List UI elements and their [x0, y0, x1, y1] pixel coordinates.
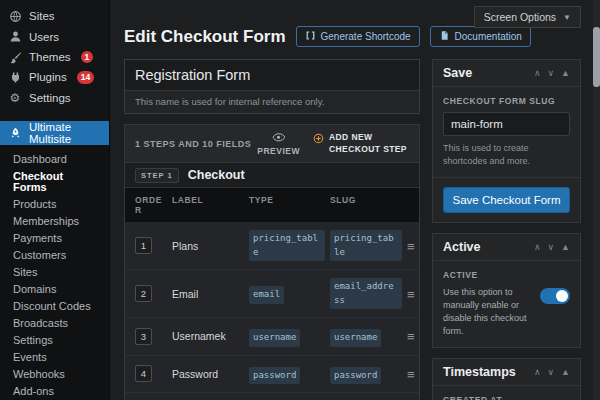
- update-count-badge: 14: [77, 71, 94, 83]
- submenu-item[interactable]: Products: [0, 196, 109, 213]
- submenu-item-label: Customers: [13, 249, 66, 261]
- toggle-knob: [556, 290, 568, 302]
- sidebar-item-users[interactable]: Users: [0, 26, 109, 46]
- active-panel-header: Active ∧ ∨ ▲: [433, 234, 580, 261]
- collapse-panel-icon[interactable]: ▲: [561, 367, 570, 377]
- save-panel-header: Save ∧ ∨ ▲: [433, 60, 580, 87]
- sidebar-item-label: Themes: [29, 51, 71, 63]
- form-name-panel: This name is used for internal reference…: [124, 59, 420, 114]
- generate-shortcode-button[interactable]: Generate Shortcode: [296, 26, 420, 47]
- timestamps-panel: Timestamps ∧ ∨ ▲ CREATED AT September 15…: [432, 358, 581, 400]
- users-icon: [8, 30, 22, 44]
- created-at-label: CREATED AT: [443, 395, 570, 400]
- fields-table-body: 1 Plans pricing_table pricing_table: [125, 222, 419, 400]
- sidebar-item-label: Users: [29, 31, 59, 43]
- add-new-checkout-step-link[interactable]: ADD NEW CHECKOUT STEP: [313, 132, 409, 156]
- move-up-icon[interactable]: ∧: [534, 68, 541, 78]
- page-title: Edit Checkout Form: [124, 27, 286, 47]
- caret-down-icon: ▼: [563, 13, 571, 22]
- submenu-item[interactable]: Settings: [0, 332, 109, 349]
- submenu-item[interactable]: Dashboard: [0, 151, 109, 168]
- field-order-number: 1: [135, 237, 152, 254]
- page-header: Edit Checkout Form Generate Shortcode Do…: [124, 26, 581, 47]
- eye-icon: [272, 133, 285, 144]
- submenu-item-label: Products: [13, 198, 56, 210]
- field-order-number: 2: [135, 285, 152, 302]
- field-type-code: pricing_table: [249, 230, 325, 261]
- submenu-item[interactable]: Add-ons: [0, 383, 109, 400]
- move-up-icon[interactable]: ∧: [534, 242, 541, 252]
- submenu-item-label: Payments: [13, 232, 62, 244]
- active-field-label: ACTIVE: [443, 270, 570, 280]
- field-order-number: 4: [135, 365, 152, 382]
- screen-options-button[interactable]: Screen Options ▼: [474, 6, 581, 28]
- submenu-item[interactable]: Payments: [0, 230, 109, 247]
- scrollbar-thumb[interactable]: [593, 27, 600, 87]
- submenu-item[interactable]: Memberships: [0, 213, 109, 230]
- column-header-order: ORDER: [135, 195, 167, 215]
- submenu-item[interactable]: Webhooks: [0, 366, 109, 383]
- drag-handle-icon[interactable]: ≡: [407, 239, 415, 254]
- sidebar-item-ultimate-multisite[interactable]: Ultimate Multisite: [0, 121, 109, 145]
- table-row: 4 Password password password: [125, 356, 419, 394]
- sidebar-item-label: Settings: [29, 92, 71, 104]
- ultimate-multisite-icon: [8, 126, 22, 140]
- documentation-button[interactable]: Documentation: [430, 26, 531, 47]
- save-checkout-form-button[interactable]: Save Checkout Form: [443, 187, 570, 213]
- checkout-form-slug-input[interactable]: [443, 112, 570, 136]
- table-row: 2 Email email email_address: [125, 270, 419, 318]
- edit-checkout-form-page: Sites Users Themes 1 Plugins 14 ⚙: [0, 0, 600, 400]
- submenu-item[interactable]: Events: [0, 349, 109, 366]
- shortcode-icon: [305, 30, 316, 43]
- slug-help-text: This is used to create shortcodes and mo…: [443, 142, 570, 168]
- submenu-item[interactable]: Discount Codes: [0, 298, 109, 315]
- field-label[interactable]: Plans: [172, 240, 244, 252]
- vertical-scrollbar[interactable]: [593, 0, 600, 400]
- sidebar-item-themes[interactable]: Themes 1: [0, 47, 109, 67]
- sidebar-item-sites[interactable]: Sites: [0, 6, 109, 26]
- submenu-item[interactable]: Checkout Forms: [0, 168, 109, 196]
- sidebar-item-settings[interactable]: ⚙ Settings: [0, 88, 109, 108]
- sites-icon: [8, 9, 22, 23]
- move-up-icon[interactable]: ∧: [534, 367, 541, 377]
- field-slug-code: email_address: [330, 278, 402, 309]
- drag-handle-icon[interactable]: ≡: [407, 287, 415, 302]
- submenu-item-label: Settings: [13, 334, 53, 346]
- checkout-form-slug-label: CHECKOUT FORM SLUG: [443, 96, 570, 106]
- submenu-item-label: Memberships: [13, 215, 79, 227]
- move-down-icon[interactable]: ∨: [547, 68, 554, 78]
- submenu-item[interactable]: Sites: [0, 264, 109, 281]
- move-down-icon[interactable]: ∨: [547, 367, 554, 377]
- submenu-item-label: Domains: [13, 283, 56, 295]
- submenu-item[interactable]: Customers: [0, 247, 109, 264]
- sidebar-item-plugins[interactable]: Plugins 14: [0, 67, 109, 87]
- drag-handle-icon[interactable]: ≡: [407, 367, 415, 382]
- step-title: Checkout: [188, 168, 245, 182]
- submenu-item-label: Webhooks: [13, 368, 65, 380]
- active-toggle[interactable]: [540, 288, 570, 304]
- timestamps-panel-header: Timestamps ∧ ∨ ▲: [433, 359, 580, 386]
- field-label[interactable]: Usernamek: [172, 330, 244, 342]
- submenu-item-label: Events: [13, 351, 47, 363]
- submenu-item[interactable]: Broadcasts: [0, 315, 109, 332]
- move-down-icon[interactable]: ∨: [547, 242, 554, 252]
- collapse-panel-icon[interactable]: ▲: [561, 68, 570, 78]
- column-header-type: TYPE: [249, 195, 325, 205]
- active-panel: Active ∧ ∨ ▲ ACTIVE Use this option to m…: [432, 233, 581, 348]
- table-row: 5 Site Title site_title site_title: [125, 393, 419, 400]
- submenu-item[interactable]: Domains: [0, 281, 109, 298]
- field-slug-code: pricing_table: [330, 230, 402, 261]
- field-label[interactable]: Email: [172, 288, 244, 300]
- field-slug-code: password: [330, 367, 381, 385]
- submenu-item-label: Broadcasts: [13, 317, 68, 329]
- save-panel: Save ∧ ∨ ▲ CHECKOUT FORM SLUG This is us…: [432, 59, 581, 223]
- form-name-input[interactable]: [125, 60, 419, 91]
- admin-sidebar: Sites Users Themes 1 Plugins 14 ⚙: [0, 0, 110, 400]
- preview-link[interactable]: PREVIEW: [257, 132, 300, 156]
- fields-panel-header: 1 STEPS AND 10 FIELDS PREVIEW: [125, 125, 419, 162]
- submenu-item-label: Checkout Forms: [13, 170, 63, 193]
- drag-handle-icon[interactable]: ≡: [407, 329, 415, 344]
- collapse-panel-icon[interactable]: ▲: [561, 242, 570, 252]
- panel-title: Timestamps: [443, 365, 534, 379]
- field-label[interactable]: Password: [172, 368, 244, 380]
